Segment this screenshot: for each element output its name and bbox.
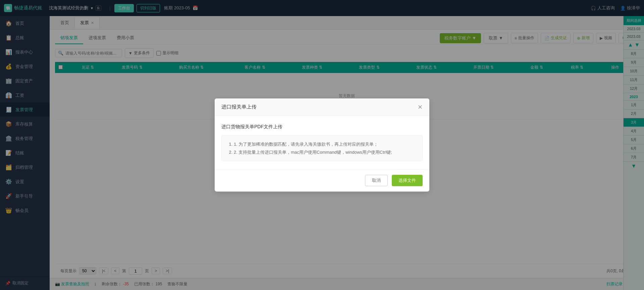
modal-instructions-list: 1. 为了更加稀准的数据匹配，请先录入海关缴款书，再上传对应的报关单； 2. 支… (227, 140, 417, 156)
import-customs-modal: 进口报关单上传 ✕ 进口货物报关单PDF文件上传 1. 为了更加稀准的数据匹配，… (215, 98, 429, 192)
modal-cancel-btn[interactable]: 取消 (365, 175, 388, 186)
modal-header: 进口报关单上传 ✕ (215, 98, 429, 116)
modal-close-btn[interactable]: ✕ (418, 104, 423, 110)
modal-instruction-1: 1. 为了更加稀准的数据匹配，请先录入海关缴款书，再上传对应的报关单； (234, 140, 417, 148)
modal-instruction-2: 2. 支持批量上传进口报关单，mac用户使用Command键，windows用户… (234, 148, 417, 156)
modal-overlay: 进口报关单上传 ✕ 进口货物报关单PDF文件上传 1. 为了更加稀准的数据匹配，… (0, 0, 644, 290)
modal-select-file-btn[interactable]: 选择文件 (392, 175, 423, 186)
modal-section-title: 进口货物报关单PDF文件上传 (221, 124, 423, 130)
modal-footer: 取消 选择文件 (215, 169, 429, 192)
modal-info-box: 1. 为了更加稀准的数据匹配，请先录入海关缴款书，再上传对应的报关单； 2. 支… (221, 135, 423, 161)
modal-body: 进口货物报关单PDF文件上传 1. 为了更加稀准的数据匹配，请先录入海关缴款书，… (215, 116, 429, 169)
modal-title: 进口报关单上传 (221, 104, 257, 110)
